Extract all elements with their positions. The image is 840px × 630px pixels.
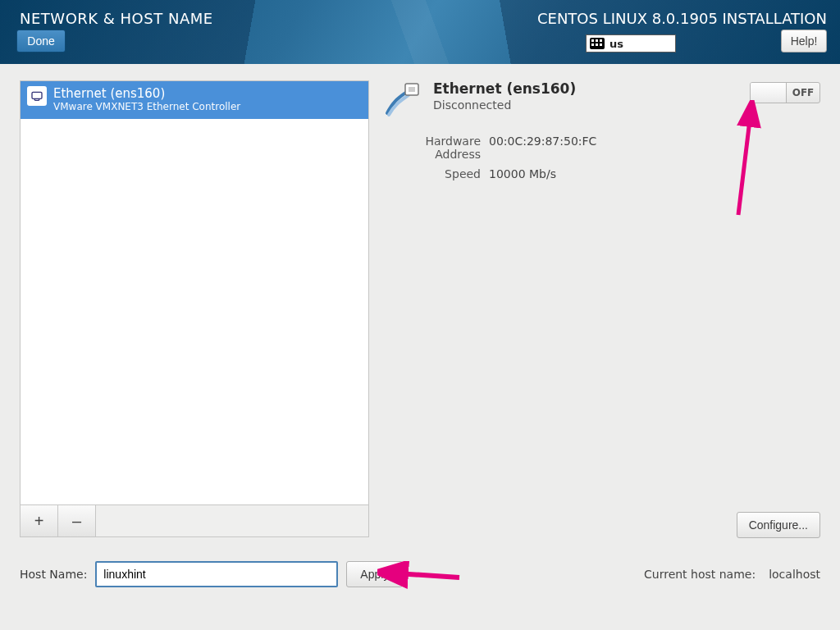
svg-rect-2 — [409, 87, 415, 92]
keyboard-layout-indicator[interactable]: us — [586, 34, 676, 52]
page-title: NETWORK & HOST NAME — [20, 10, 213, 27]
body-area: Ethernet (ens160) VMware VMXNET3 Etherne… — [0, 64, 840, 630]
install-title: CENTOS LINUX 8.0.1905 INSTALLATION — [537, 10, 827, 27]
remove-device-button[interactable]: – — [58, 505, 96, 536]
detail-status: Disconnected — [433, 98, 576, 112]
header-bar: NETWORK & HOST NAME CENTOS LINUX 8.0.190… — [0, 0, 840, 64]
hostname-row: Host Name: Apply Current host name: loca… — [20, 561, 820, 587]
keyboard-icon — [590, 38, 605, 49]
apply-button[interactable]: Apply — [346, 561, 403, 587]
device-list-item[interactable]: Ethernet (ens160) VMware VMXNET3 Etherne… — [21, 81, 368, 119]
hardware-address-value: 00:0C:29:87:50:FC — [489, 135, 820, 161]
detail-header: Ethernet (ens160) Disconnected OFF — [382, 80, 820, 120]
connection-toggle[interactable]: OFF — [750, 82, 820, 103]
add-device-button[interactable]: + — [21, 505, 58, 536]
device-subtitle: VMware VMXNET3 Ethernet Controller — [53, 101, 360, 112]
detail-pane: Ethernet (ens160) Disconnected OFF Hardw… — [382, 80, 820, 180]
toggle-label: OFF — [787, 83, 819, 103]
speed-value: 10000 Mb/s — [489, 167, 820, 180]
device-name: Ethernet (ens160) — [53, 86, 360, 101]
configure-button[interactable]: Configure... — [737, 512, 820, 538]
hardware-address-label: Hardware Address — [382, 135, 481, 161]
device-panel: Ethernet (ens160) VMware VMXNET3 Etherne… — [20, 80, 369, 537]
speed-label: Speed — [382, 167, 481, 180]
toggle-knob — [751, 83, 787, 103]
toolbar-spacer — [96, 505, 368, 536]
keyboard-layout-label: us — [609, 38, 623, 50]
svg-rect-0 — [32, 92, 42, 98]
current-hostname-value: localhost — [769, 568, 820, 581]
hostname-label: Host Name: — [20, 568, 87, 581]
detail-properties: Hardware Address 00:0C:29:87:50:FC Speed… — [382, 135, 820, 180]
device-list[interactable]: Ethernet (ens160) VMware VMXNET3 Etherne… — [21, 81, 368, 504]
help-button[interactable]: Help! — [781, 30, 827, 52]
ethernet-icon — [27, 86, 47, 106]
current-hostname-label: Current host name: — [644, 568, 756, 581]
device-toolbar: + – — [21, 504, 368, 536]
network-cable-icon — [382, 80, 422, 120]
done-button[interactable]: Done — [16, 30, 66, 52]
detail-title: Ethernet (ens160) — [433, 80, 576, 97]
hostname-input[interactable] — [95, 561, 338, 587]
